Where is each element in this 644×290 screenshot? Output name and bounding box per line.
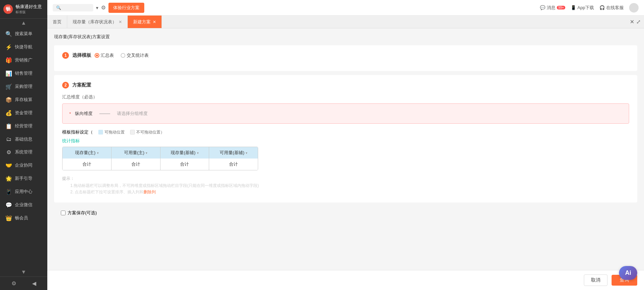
dim-label: 纵向维度 — [75, 111, 93, 117]
step1-card: 1 选择模板 汇总表 交叉统计表 — [54, 45, 637, 71]
col-label-1: 可用量(主) — [124, 150, 145, 156]
draggable-box — [98, 130, 103, 135]
save-option-area: 方案保存(可选) — [54, 207, 637, 219]
headset-icon: 🎧 — [599, 5, 605, 10]
sidebar-item-label: 快捷导航 — [15, 44, 32, 50]
col-label-3: 可用量(基辅) — [220, 150, 245, 156]
tabbar: 首页 现存量（库存状况表） ✕ 新建方案 ✕ ✕ ⤢ — [47, 16, 644, 28]
sidebar-item-finance[interactable]: 💰 资金管理 — [0, 106, 47, 120]
sidebar-item-inventory[interactable]: 📦 库存核算 — [0, 93, 47, 106]
radio-summary[interactable]: 汇总表 — [95, 52, 114, 58]
sidebar: 畅 畅康通好生意 标准版 ▲ 🔍 搜索菜单 ⚡ 快捷导航 🎁 营销推广 📊 销售… — [0, 0, 47, 290]
sidebar-footer: ⚙ ◀ — [0, 276, 47, 290]
sidebar-scroll-down[interactable]: ▼ — [0, 268, 47, 276]
dimension-label: 汇总维度（必选） — [62, 94, 629, 100]
radio-cross-label: 交叉统计表 — [127, 52, 149, 58]
collapse-footer-icon[interactable]: ◀ — [32, 280, 36, 287]
sidebar-item-shortcut[interactable]: ⚡ 快捷导航 — [0, 41, 47, 54]
message-badge: 99+ — [557, 6, 565, 9]
sidebar-item-base[interactable]: 🗂 基础信息 — [0, 133, 47, 146]
topbar-left: 🔍 ▾ ⚙ 体验行业方案 — [53, 3, 144, 13]
marketing-icon: 🎁 — [5, 57, 12, 64]
radio-cross-dot — [121, 53, 125, 58]
sidebar-item-wechat[interactable]: 💬 企业微信 — [0, 198, 47, 212]
app-title: 畅康通好生意 — [16, 4, 42, 10]
tab-new-plan-close[interactable]: ✕ — [153, 20, 156, 24]
tips-section: 提示： 1.拖动标题栏可以调整布局，不可跨维度或指标区域拖动栏目字段(只能在同一… — [62, 176, 629, 195]
radio-cross[interactable]: 交叉统计表 — [121, 52, 149, 58]
settings-footer-icon[interactable]: ⚙ — [11, 280, 16, 287]
search-nav-icon: 🔍 — [5, 31, 12, 37]
search-dropdown-icon[interactable]: ▾ — [96, 5, 98, 10]
sidebar-item-vip[interactable]: 👑 畅会员 — [0, 212, 47, 225]
app-download-label: App下载 — [577, 5, 594, 11]
col-sub-3: 合计 — [209, 159, 258, 170]
message-icon: 💬 — [540, 5, 545, 10]
tab-new-plan[interactable]: 新建方案 ✕ — [128, 16, 162, 28]
sidebar-item-label: 新手引导 — [15, 175, 32, 182]
tab-home[interactable]: 首页 — [47, 16, 67, 28]
main-area: 🔍 ▾ ⚙ 体验行业方案 💬 消息 99+ 📱 App下载 🎧 在线客服 — [47, 0, 644, 290]
sidebar-item-search[interactable]: 🔍 搜索菜单 — [0, 27, 47, 41]
step2-header: 2 方案配置 — [62, 82, 629, 89]
col-label-0: 现存量(主) — [75, 150, 96, 156]
col-header-1[interactable]: 可用量(主) ▾ — [112, 147, 160, 159]
col-sub-1: 合计 — [112, 159, 160, 170]
col-label-2: 现存量(基辅) — [171, 150, 196, 156]
topbar-gear-icon[interactable]: ⚙ — [101, 4, 106, 11]
col-sub-0: 合计 — [63, 159, 112, 170]
col-sub-label-0: 合计 — [82, 161, 91, 167]
save-checkbox[interactable] — [61, 211, 66, 215]
step1-title: 选择模板 — [72, 52, 91, 58]
legend-draggable-label: 可拖动位置 — [104, 129, 125, 135]
col-header-0[interactable]: 现存量(主) ▾ — [63, 147, 112, 159]
sidebar-item-sales[interactable]: 📊 销售管理 — [0, 67, 47, 80]
sidebar-item-label: 经营管理 — [15, 123, 32, 129]
base-icon: 🗂 — [5, 136, 12, 142]
sidebar-item-label: 销售管理 — [15, 70, 32, 76]
vip-icon: 👑 — [5, 215, 12, 221]
cancel-button[interactable]: 取消 — [584, 274, 608, 286]
sidebar-item-system[interactable]: ⚙ 系统管理 — [0, 146, 47, 159]
indicator-legend: 模板指标设定（ 可拖动位置 不可拖动位置） — [62, 129, 629, 135]
app-download-icon: 📱 — [571, 5, 576, 10]
col-sub-label-2: 合计 — [180, 161, 189, 167]
sidebar-nav: 🔍 搜索菜单 ⚡ 快捷导航 🎁 营销推广 📊 销售管理 🛒 采购管理 📦 库存核… — [0, 27, 47, 268]
sidebar-item-purchase[interactable]: 🛒 采购管理 — [0, 80, 47, 93]
shortcut-icon: ⚡ — [5, 44, 12, 50]
sidebar-item-marketing[interactable]: 🎁 营销推广 — [0, 54, 47, 67]
col-header-3[interactable]: 可用量(基辅) ▾ — [209, 147, 258, 159]
template-radio-group: 汇总表 交叉统计表 — [95, 52, 149, 58]
search-bar[interactable]: 🔍 — [53, 4, 93, 11]
message-btn[interactable]: 💬 消息 99+ — [540, 5, 565, 11]
panel-expand-btn[interactable]: ⤢ — [636, 19, 641, 25]
sidebar-item-guide[interactable]: 🌟 新手引导 — [0, 172, 47, 185]
sidebar-item-management[interactable]: 📋 经营管理 — [0, 120, 47, 133]
sidebar-item-appstore[interactable]: 📱 应用中心 — [0, 185, 47, 198]
legend-non-draggable-label: 不可拖动位置） — [136, 129, 165, 135]
online-service-btn[interactable]: 🎧 在线客服 — [599, 5, 624, 11]
ai-float-btn[interactable]: Ai — [619, 266, 637, 280]
search-icon: 🔍 — [56, 5, 61, 10]
cooperation-icon: 🤝 — [5, 162, 12, 169]
col-header-2[interactable]: 现存量(基辅) ▾ — [160, 147, 209, 159]
col-chevron-0: ▾ — [97, 151, 99, 155]
app-subtitle: 标准版 — [16, 10, 42, 14]
step1-header: 1 选择模板 汇总表 交叉统计表 — [62, 52, 629, 59]
sidebar-item-label: 畅会员 — [15, 215, 28, 221]
sidebar-item-label: 库存核算 — [15, 97, 32, 103]
dimension-box[interactable]: * 纵向维度 —— 请选择分组维度 — [62, 103, 629, 124]
app-download-btn[interactable]: 📱 App下载 — [571, 5, 594, 11]
sidebar-item-label: 企业微信 — [15, 202, 32, 208]
trial-btn[interactable]: 体验行业方案 — [108, 3, 144, 13]
online-service-label: 在线客服 — [606, 5, 624, 11]
tab-inventory-close[interactable]: ✕ — [119, 20, 122, 24]
legend-prefix: 模板指标设定（ — [62, 129, 93, 135]
tab-inventory[interactable]: 现存量（库存状况表） ✕ — [67, 16, 128, 28]
legend-non-draggable: 不可拖动位置） — [130, 129, 165, 135]
system-icon: ⚙ — [5, 149, 12, 155]
sidebar-scroll-up[interactable]: ▲ — [0, 19, 47, 27]
user-avatar[interactable] — [629, 3, 639, 13]
sidebar-item-cooperation[interactable]: 🤝 企业协同 — [0, 159, 47, 172]
panel-close-btn[interactable]: ✕ — [630, 19, 634, 25]
